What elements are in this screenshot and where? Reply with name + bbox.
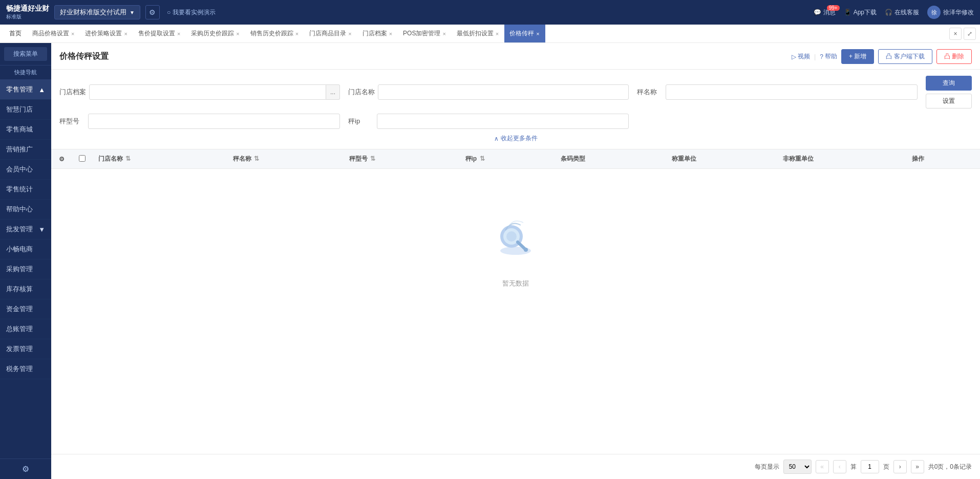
demo-link[interactable]: 我要看实例演示 xyxy=(167,8,216,17)
close-tab-button[interactable]: × xyxy=(949,28,962,40)
tab-pos-management[interactable]: POS加密管理 × xyxy=(398,25,452,43)
sidebar-item-help[interactable]: 帮助中心 xyxy=(0,200,51,220)
th-check xyxy=(72,149,92,169)
next-page-button[interactable]: › xyxy=(893,460,907,473)
tab-store-file[interactable]: 门店档案 × xyxy=(357,25,398,43)
sidebar-item-wholesale[interactable]: 批发管理 ▼ xyxy=(0,220,51,239)
tab-purchase-strategy-label: 进价策略设置 xyxy=(85,29,122,38)
sort-scale-model-icon[interactable]: ⇅ xyxy=(370,155,375,162)
sort-scale-ip-icon[interactable]: ⇅ xyxy=(480,155,485,162)
tab-pos-management-label: POS加密管理 xyxy=(403,29,440,38)
expand-tab-button[interactable]: ⤢ xyxy=(964,28,976,40)
tab-min-discount[interactable]: 最低折扣设置 × xyxy=(452,25,504,43)
help-link[interactable]: ? 帮助 xyxy=(820,52,837,61)
tab-price-settings[interactable]: 商品价格设置 × xyxy=(27,25,80,43)
filter-store-file: 门店档案 ... xyxy=(59,84,340,100)
tab-pos-management-close[interactable]: × xyxy=(442,31,445,37)
sidebar-settings-icon[interactable]: ⚙ xyxy=(22,464,29,474)
download-button[interactable]: 凸 客户端下载 xyxy=(878,49,932,64)
th-non-weight-unit-label: 非称重单位 xyxy=(783,155,814,162)
messages-button[interactable]: 💬 消息 99+ xyxy=(814,8,836,17)
sidebar-item-marketing[interactable]: 营销推广 xyxy=(0,140,51,160)
delete-button[interactable]: 凸 删除 xyxy=(936,49,972,64)
tab-store-catalog-close[interactable]: × xyxy=(348,31,351,37)
sort-scale-name-icon[interactable]: ⇅ xyxy=(254,155,259,162)
tab-purchase-history[interactable]: 采购历史价跟踪 × xyxy=(186,25,245,43)
download-label: 凸 客户端下载 xyxy=(886,52,924,61)
sidebar-item-invoice[interactable]: 发票管理 xyxy=(0,339,51,359)
query-button[interactable]: 查询 xyxy=(926,76,972,91)
column-gear-icon[interactable]: ⚙ xyxy=(59,156,65,163)
tab-price-scale[interactable]: 价格传秤 × xyxy=(504,25,545,43)
search-label: 搜索菜单 xyxy=(13,50,38,57)
th-scale-ip-label: 秤ip xyxy=(465,155,477,162)
th-scale-model: 秤型号 ⇅ xyxy=(343,149,459,169)
tab-price-settings-label: 商品价格设置 xyxy=(32,29,69,38)
last-page-button[interactable]: » xyxy=(911,460,924,473)
page-size-select[interactable]: 50 10 20 100 xyxy=(783,460,812,474)
add-button[interactable]: + 新增 xyxy=(841,49,874,64)
main-layout: 搜索菜单 快捷导航 零售管理 ▲ 智慧门店 零售商城 营销推广 会员中心 xyxy=(0,43,980,479)
collapse-row: ∧ 收起更多条件 xyxy=(59,134,972,143)
quick-nav-button[interactable]: 快捷导航 xyxy=(0,66,51,80)
app-download-button[interactable]: 📱 App下载 xyxy=(844,8,877,17)
online-service-button[interactable]: 🎧 在线客服 xyxy=(885,8,919,17)
page-input[interactable]: 1 xyxy=(861,460,879,473)
prev-page-button[interactable]: ‹ xyxy=(833,460,846,473)
tab-sales-history[interactable]: 销售历史价跟踪 × xyxy=(245,25,304,43)
tab-sale-price[interactable]: 售价提取设置 × xyxy=(133,25,186,43)
tab-price-scale-label: 价格传秤 xyxy=(509,29,534,38)
sidebar-item-retail-mall[interactable]: 零售商城 xyxy=(0,120,51,140)
first-page-button[interactable]: « xyxy=(816,460,829,473)
scale-model-input[interactable] xyxy=(88,114,340,129)
sidebar-item-purchase[interactable]: 采购管理 xyxy=(0,259,51,279)
store-file-input[interactable] xyxy=(89,84,326,100)
tab-min-discount-close[interactable]: × xyxy=(496,31,499,37)
scale-name-input[interactable] xyxy=(666,84,918,100)
sidebar-item-retail-mgmt[interactable]: 零售管理 ▲ xyxy=(0,80,51,100)
tab-home[interactable]: 首页 xyxy=(4,25,27,43)
tab-sales-history-close[interactable]: × xyxy=(295,31,299,37)
tab-store-file-close[interactable]: × xyxy=(389,31,392,37)
table-area: ⚙ 门店名称 ⇅ 秤名称 ⇅ xyxy=(51,149,980,454)
table-header: ⚙ 门店名称 ⇅ 秤名称 ⇅ xyxy=(51,149,980,169)
sidebar-item-funds[interactable]: 资金管理 xyxy=(0,299,51,319)
sidebar-item-smart-store[interactable]: 智慧门店 xyxy=(0,100,51,120)
logo: 畅捷通好业财 标准版 xyxy=(6,4,49,20)
setup-button[interactable]: 设置 xyxy=(926,94,972,108)
tab-store-catalog[interactable]: 门店商品目录 × xyxy=(304,25,357,43)
version-selector[interactable]: 好业财标准版交付试用 ▼ xyxy=(54,5,140,19)
tab-purchase-strategy[interactable]: 进价策略设置 × xyxy=(80,25,133,43)
tab-price-settings-close[interactable]: × xyxy=(71,31,74,37)
tax-label: 税务管理 xyxy=(6,364,33,374)
collapse-button[interactable]: ∧ 收起更多条件 xyxy=(494,134,538,143)
sidebar-item-mini-ecommerce[interactable]: 小畅电商 xyxy=(0,239,51,259)
settings-icon[interactable]: ⚙ xyxy=(145,5,160,19)
sidebar-item-tax[interactable]: 税务管理 xyxy=(0,359,51,379)
wholesale-label: 批发管理 xyxy=(6,225,33,234)
tab-purchase-strategy-close[interactable]: × xyxy=(124,31,127,37)
message-icon: 💬 xyxy=(814,9,821,16)
th-gear: ⚙ xyxy=(51,149,72,169)
sidebar-item-member[interactable]: 会员中心 xyxy=(0,160,51,180)
messages-badge: 99+ xyxy=(827,5,840,11)
scale-ip-input[interactable] xyxy=(377,114,629,129)
th-scale-model-label: 秤型号 xyxy=(349,155,368,162)
sidebar-item-retail-stats[interactable]: 零售统计 xyxy=(0,180,51,200)
filter-scale-name: 秤名称 xyxy=(637,84,918,100)
sidebar-item-general-ledger[interactable]: 总账管理 xyxy=(0,319,51,339)
tab-sale-price-close[interactable]: × xyxy=(177,31,180,37)
sidebar-item-inventory[interactable]: 库存核算 xyxy=(0,279,51,299)
th-store-name: 门店名称 ⇅ xyxy=(92,149,227,169)
search-menu-button[interactable]: 搜索菜单 xyxy=(4,47,47,61)
tab-price-scale-close[interactable]: × xyxy=(536,31,539,37)
sort-store-name-icon[interactable]: ⇅ xyxy=(125,155,131,162)
select-all-checkbox[interactable] xyxy=(79,155,86,162)
store-name-input[interactable] xyxy=(378,84,629,100)
video-link[interactable]: ▷ 视频 xyxy=(792,52,810,61)
logo-sub: 标准版 xyxy=(6,13,22,20)
tab-home-label: 首页 xyxy=(9,29,22,38)
user-profile[interactable]: 徐 徐泽华修改 xyxy=(927,6,974,19)
tab-purchase-history-close[interactable]: × xyxy=(236,31,239,37)
store-file-dots-button[interactable]: ... xyxy=(326,84,340,100)
